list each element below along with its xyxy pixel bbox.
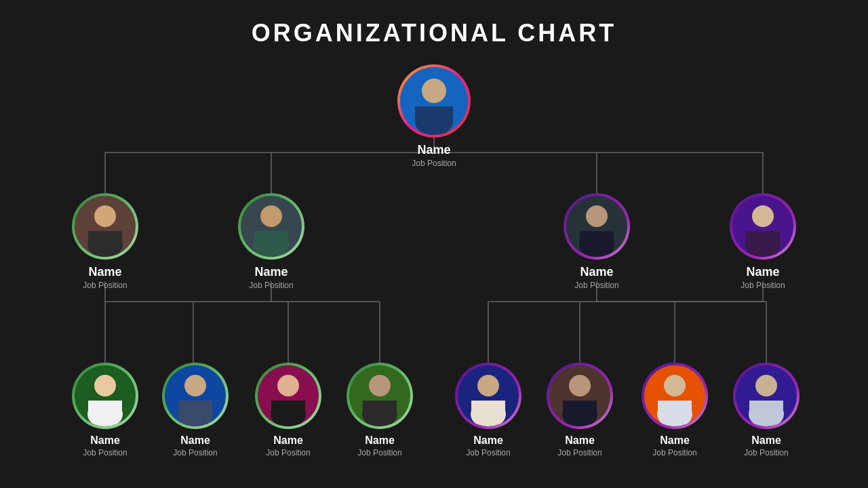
avatar-l1n3 xyxy=(566,196,627,257)
svg-rect-29 xyxy=(254,231,288,243)
node-l2n2-position: Job Position xyxy=(173,448,217,458)
node-l1n1-name: Name xyxy=(88,265,121,279)
node-l2n7: Name Job Position xyxy=(634,363,715,458)
node-l2n2: Name Job Position xyxy=(155,363,236,458)
svg-point-48 xyxy=(477,375,499,396)
avatar-l2n3 xyxy=(258,365,319,426)
svg-rect-44 xyxy=(271,401,305,413)
avatar-l1n4 xyxy=(732,196,793,257)
avatar-l2n6 xyxy=(549,365,610,426)
node-l2n1-name: Name xyxy=(90,434,120,447)
avatar-ring-root xyxy=(397,64,471,138)
node-l2n3: Name Job Position xyxy=(248,363,329,458)
node-l1n1-position: Job Position xyxy=(83,281,127,290)
node-l2n1-position: Job Position xyxy=(83,448,127,458)
node-root-position: Job Position xyxy=(412,159,456,168)
node-l1n3-position: Job Position xyxy=(574,281,618,290)
node-root: Name Job Position xyxy=(393,64,475,168)
svg-point-57 xyxy=(755,375,777,396)
svg-rect-38 xyxy=(88,401,122,413)
avatar-ring-l2n1 xyxy=(72,363,138,429)
svg-rect-23 xyxy=(415,106,453,120)
node-l1n1: Name Job Position xyxy=(64,193,146,290)
svg-point-54 xyxy=(664,375,686,396)
svg-point-33 xyxy=(752,205,774,227)
node-l2n4: Name Job Position xyxy=(339,363,420,458)
node-l1n2-position: Job Position xyxy=(249,281,293,290)
page-title: ORGANIZATIONAL CHART xyxy=(0,0,868,54)
svg-rect-56 xyxy=(658,401,692,413)
avatar-l2n2 xyxy=(165,365,226,426)
avatar-ring-l2n8 xyxy=(733,363,800,429)
svg-point-27 xyxy=(260,205,282,227)
svg-point-45 xyxy=(369,375,391,396)
svg-point-36 xyxy=(94,375,116,396)
svg-rect-41 xyxy=(178,401,212,413)
node-l1n3: Name Job Position xyxy=(556,193,637,290)
node-l1n2: Name Job Position xyxy=(231,193,312,290)
svg-rect-47 xyxy=(363,401,397,413)
avatar-ring-l2n5 xyxy=(455,363,521,429)
node-l2n4-position: Job Position xyxy=(357,448,401,458)
avatar-l1n2 xyxy=(241,196,302,257)
node-l1n4-position: Job Position xyxy=(741,281,785,290)
chart-container: Name Job Position Name Job Position xyxy=(0,54,868,488)
node-l1n4-name: Name xyxy=(746,265,779,279)
avatar-ring-l2n3 xyxy=(255,363,321,429)
node-l2n3-position: Job Position xyxy=(266,448,310,458)
avatar-ring-l2n6 xyxy=(547,363,613,429)
node-l2n7-name: Name xyxy=(660,434,690,447)
node-l2n1: Name Job Position xyxy=(64,363,146,458)
node-l2n5-position: Job Position xyxy=(466,448,510,458)
node-l2n6: Name Job Position xyxy=(539,363,620,458)
node-l2n6-name: Name xyxy=(565,434,595,447)
node-l1n4: Name Job Position xyxy=(722,193,804,290)
avatar-l2n1 xyxy=(75,365,136,426)
avatar-l2n4 xyxy=(349,365,410,426)
node-root-name: Name xyxy=(417,143,450,157)
avatar-ring-l2n2 xyxy=(162,363,229,429)
avatar-ring-l1n3 xyxy=(564,193,630,260)
avatar-l2n8 xyxy=(736,365,797,426)
node-l2n5-name: Name xyxy=(473,434,503,447)
node-l1n2-name: Name xyxy=(254,265,288,279)
svg-point-39 xyxy=(184,375,206,396)
svg-point-30 xyxy=(586,205,608,227)
node-l2n7-position: Job Position xyxy=(652,448,696,458)
node-l1n3-name: Name xyxy=(580,265,613,279)
svg-point-42 xyxy=(277,375,299,396)
svg-point-24 xyxy=(94,205,116,227)
avatar-ring-l1n2 xyxy=(238,193,304,260)
svg-point-21 xyxy=(422,79,446,103)
svg-rect-35 xyxy=(746,231,780,243)
avatar-ring-l1n1 xyxy=(72,193,138,260)
avatar-ring-l2n4 xyxy=(347,363,413,429)
avatar-root xyxy=(400,67,468,135)
node-l2n8-position: Job Position xyxy=(744,448,788,458)
avatar-ring-l1n4 xyxy=(730,193,796,260)
svg-rect-59 xyxy=(749,401,783,413)
svg-rect-50 xyxy=(471,401,505,413)
node-l2n8-name: Name xyxy=(751,434,781,447)
svg-point-51 xyxy=(569,375,591,396)
avatar-l2n7 xyxy=(644,365,705,426)
avatar-l2n5 xyxy=(458,365,519,426)
avatar-ring-l2n7 xyxy=(642,363,708,429)
node-l2n6-position: Job Position xyxy=(557,448,601,458)
node-l2n4-name: Name xyxy=(365,434,395,447)
svg-rect-32 xyxy=(580,231,614,243)
node-l2n3-name: Name xyxy=(273,434,303,447)
node-l2n2-name: Name xyxy=(180,434,210,447)
node-l2n8: Name Job Position xyxy=(726,363,807,458)
svg-rect-26 xyxy=(88,231,122,243)
avatar-l1n1 xyxy=(75,196,136,257)
svg-rect-53 xyxy=(563,401,597,413)
node-l2n5: Name Job Position xyxy=(448,363,529,458)
